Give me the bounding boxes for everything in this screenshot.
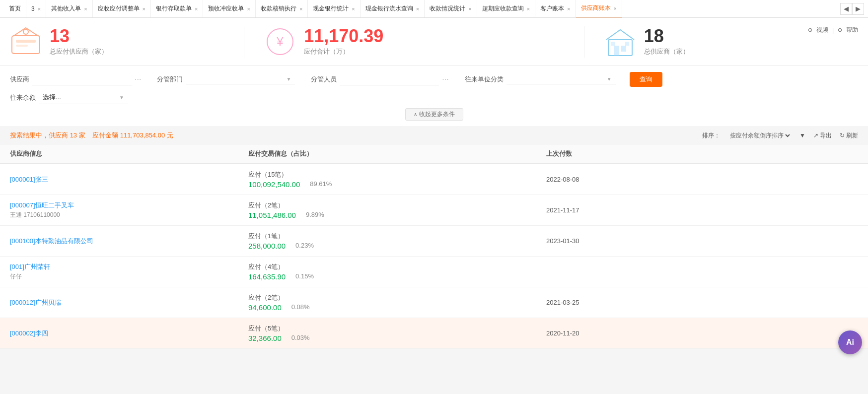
stat-payable-amount: ¥ 11,170.39 应付合计（万） — [264, 26, 584, 58]
trans-row-6: 32,366.00 0.03% — [248, 333, 526, 342]
close-icon[interactable]: × — [299, 6, 302, 12]
close-icon[interactable]: × — [84, 6, 87, 12]
stats-area: 13 总应付供应商（家） ¥ 11,170.39 应付合计（万） — [0, 18, 868, 66]
nav-receipt-stats[interactable]: 收款情况统计 × — [425, 0, 477, 18]
nav-next-arrow[interactable]: ▶ — [852, 3, 864, 15]
help-icon: ⊙ — [838, 27, 842, 33]
nav-overdue-ar[interactable]: 超期应收款查询 × — [477, 0, 535, 18]
refresh-button[interactable]: ↻ 刷新 — [840, 131, 858, 140]
close-icon[interactable]: × — [614, 5, 617, 11]
stat-amount-content: 11,170.39 应付合计（万） — [304, 27, 383, 56]
supplier-input[interactable] — [32, 73, 132, 85]
data-table: 供应商信息 应付交易信息（占比） 上次付数 [000001]张三 应付（15笔）… — [0, 144, 868, 349]
ai-button[interactable]: Ai — [838, 330, 862, 354]
nav-ar-ap-adjust[interactable]: 应收应付调整单 × — [93, 0, 151, 18]
transaction-cell-6: 应付（5笔） 32,366.00 0.03% — [238, 318, 536, 348]
supplier-link-5[interactable]: [000012]广州贝瑞 — [10, 298, 228, 307]
close-icon[interactable]: × — [567, 6, 570, 12]
close-icon[interactable]: × — [416, 6, 419, 12]
search-button[interactable]: 查询 — [630, 72, 662, 87]
supplier-sub-4: 仔仔 — [10, 272, 228, 281]
payment-date-1: 2022-08-08 — [546, 176, 858, 183]
result-count: 13 — [70, 131, 77, 139]
nav-other-income[interactable]: 其他收入单 × — [46, 0, 92, 18]
balance-select-value: 选择... — [43, 93, 117, 102]
nav-tab-3[interactable]: 3 × — [26, 0, 46, 18]
collapse-button[interactable]: ∧ 收起更多条件 — [405, 108, 463, 121]
supplier-sub-2: 王通 17106110000 — [10, 211, 228, 219]
trans-amount-6: 32,366.00 — [248, 334, 282, 342]
refresh-label: 刷新 — [846, 131, 858, 140]
supplier-link-6[interactable]: [000002]李四 — [10, 329, 228, 338]
payment-cell-2: 2021-11-17 — [536, 195, 868, 225]
nav-prev-arrow[interactable]: ◀ — [840, 3, 852, 15]
payment-cell-3: 2023-01-30 — [536, 226, 868, 256]
nav-supplier-ledger[interactable]: 供应商账本 × — [576, 0, 622, 18]
sort-label: 排序： — [702, 131, 720, 140]
result-amount-label: 应付金额 — [92, 131, 118, 139]
payment-cell-1: 2022-08-08 — [536, 164, 868, 195]
payment-date-5: 2021-03-25 — [546, 299, 858, 306]
close-icon[interactable]: × — [195, 6, 198, 12]
stat-total-number: 18 — [644, 27, 689, 45]
nav-customer-ledger[interactable]: 客户账本 × — [535, 0, 576, 18]
category-select[interactable]: ▼ — [506, 74, 616, 84]
close-icon[interactable]: × — [468, 6, 471, 12]
supplier-link-4[interactable]: [001]广州荣轩 — [10, 263, 228, 271]
header-transaction: 应付交易信息（占比） — [248, 149, 546, 158]
supplier-cell-6: [000002]李四 — [0, 318, 238, 348]
trans-percent-3: 0.23% — [295, 242, 314, 249]
supplier-icon — [10, 26, 42, 58]
sort-select[interactable]: 按应付余额倒序排序 — [728, 131, 792, 139]
balance-dropdown-icon: ▼ — [119, 95, 124, 100]
filter-row-1: 供应商 ··· 分管部门 ▼ 分管人员 ··· 往来单位分类 ▼ — [10, 72, 858, 87]
supplier-cell-2: [000007]恒旺二手叉车 王通 17106110000 — [0, 195, 238, 225]
sort-chevron-icon: ▼ — [799, 132, 805, 139]
payment-cell-6: 2020-11-20 — [536, 318, 868, 348]
header-last-payment: 上次付数 — [546, 149, 858, 158]
result-actions: 排序： 按应付余额倒序排序 ▼ ↗ 导出 ↻ 刷新 — [702, 131, 858, 140]
export-button[interactable]: ↗ 导出 — [813, 131, 832, 140]
nav-bank-deposit[interactable]: 银行存取款单 × — [151, 0, 203, 18]
balance-label: 往来余额 — [10, 93, 36, 102]
table-row: [001]广州荣轩 仔仔 应付（4笔） 164,635.90 0.15% — [0, 257, 868, 287]
stat-payable-suppliers: 13 总应付供应商（家） — [10, 26, 244, 58]
top-right-links: ⊙ 视频 | ⊙ 帮助 — [808, 26, 858, 34]
link-separator: | — [832, 27, 834, 34]
close-icon[interactable]: × — [247, 6, 250, 12]
supplier-link-3[interactable]: [000100]本特勤油品有限公司 — [10, 237, 228, 246]
svg-point-4 — [23, 29, 28, 34]
trans-label-1: 应付（15笔） — [248, 170, 526, 179]
balance-select[interactable]: 选择... ▼ — [39, 91, 128, 104]
supplier-link-2[interactable]: [000007]恒旺二手叉车 — [10, 201, 228, 210]
person-label: 分管人员 — [311, 75, 337, 84]
svg-rect-8 — [614, 46, 619, 56]
close-icon[interactable]: × — [527, 6, 530, 12]
person-input[interactable] — [340, 73, 439, 85]
nav-cash-flow-query[interactable]: 现金银行流水查询 × — [361, 0, 425, 18]
help-link[interactable]: 帮助 — [846, 26, 858, 34]
trans-label-4: 应付（4笔） — [248, 263, 526, 271]
supplier-link-1[interactable]: [000001]张三 — [10, 175, 228, 184]
amount-icon: ¥ — [264, 26, 296, 58]
trans-label-3: 应付（1笔） — [248, 232, 526, 241]
dept-select[interactable]: ▼ — [186, 74, 295, 84]
filter-balance: 往来余额 选择... ▼ — [10, 91, 128, 104]
transaction-cell-3: 应付（1笔） 258,000.00 0.23% — [238, 226, 536, 256]
stat-payable-content: 13 总应付供应商（家） — [50, 27, 108, 56]
svg-text:¥: ¥ — [276, 35, 284, 48]
svg-rect-9 — [621, 46, 626, 52]
ai-label: Ai — [846, 338, 854, 347]
svg-rect-1 — [16, 40, 36, 43]
close-icon[interactable]: × — [143, 6, 145, 12]
nav-advance-receipt[interactable]: 预收冲应收单 × — [203, 0, 255, 18]
close-icon[interactable]: × — [38, 6, 41, 12]
dept-label: 分管部门 — [157, 75, 183, 84]
nav-home[interactable]: 首页 — [4, 0, 26, 18]
nav-cash-bank-stats[interactable]: 现金银行统计 × — [308, 0, 360, 18]
stat-total-label: 总供应商（家） — [644, 47, 689, 56]
video-link[interactable]: 视频 — [816, 26, 828, 34]
filter-row-2: 往来余额 选择... ▼ — [10, 91, 858, 104]
close-icon[interactable]: × — [352, 6, 355, 12]
nav-receipt-verify[interactable]: 收款核销执行 × — [256, 0, 308, 18]
